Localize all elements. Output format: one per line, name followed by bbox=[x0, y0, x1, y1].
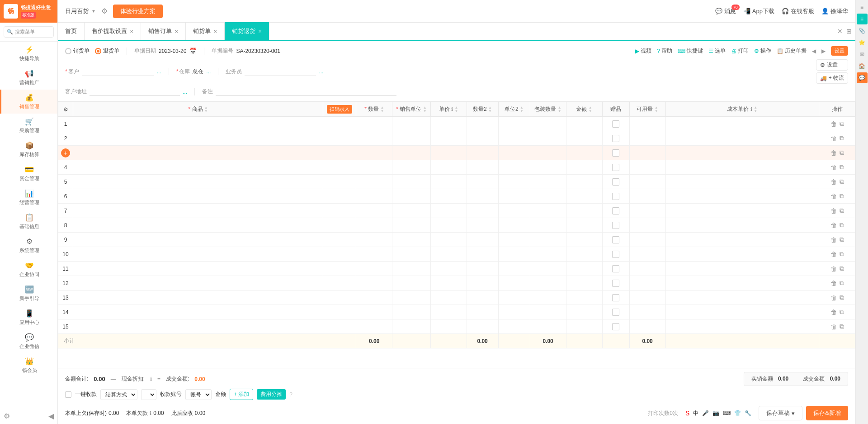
right-panel-btn-6[interactable]: 🏠 bbox=[857, 61, 868, 71]
history-btn[interactable]: 📋 历史单据 bbox=[777, 47, 807, 55]
settlement-select[interactable]: 结算方式 bbox=[100, 389, 137, 400]
account-select[interactable]: 账号 bbox=[185, 389, 212, 400]
experience-plan-button[interactable]: 体验行业方案 bbox=[113, 5, 163, 18]
maximize-button[interactable]: ⊞ bbox=[846, 28, 852, 35]
close-tab-button[interactable]: ✕ bbox=[837, 28, 843, 35]
one-click-pay-checkbox[interactable] bbox=[65, 391, 71, 398]
tab-sale-price-close[interactable]: ✕ bbox=[130, 29, 133, 34]
delete-icon-8[interactable]: 🗑 bbox=[830, 222, 837, 229]
gift-checkbox-4[interactable] bbox=[612, 164, 619, 171]
sidebar-collapse-button[interactable]: ◀ bbox=[48, 412, 54, 420]
delete-icon-4[interactable]: 🗑 bbox=[830, 164, 837, 171]
copy-row-icon-3[interactable]: ⧉ bbox=[840, 149, 844, 157]
topbar-settings-icon[interactable]: ⚙ bbox=[101, 7, 108, 15]
copy-icon-12[interactable]: ⧉ bbox=[840, 279, 844, 287]
radio-return[interactable]: 退货单 bbox=[95, 47, 119, 55]
online-service-button[interactable]: 🎧 在线客服 bbox=[782, 7, 814, 15]
right-panel-btn-5[interactable]: ✉ bbox=[857, 49, 868, 60]
sidebar-item-app[interactable]: 📱 应用中心 bbox=[0, 305, 57, 329]
message-button[interactable]: 💬 消息 70 bbox=[715, 7, 736, 15]
cost-price-info-icon[interactable]: ℹ bbox=[750, 106, 752, 112]
gift-checkbox-9[interactable] bbox=[612, 236, 619, 243]
delete-row-icon-1[interactable]: 🗑 bbox=[830, 120, 837, 128]
delete-row-icon-3[interactable]: 🗑 bbox=[830, 149, 837, 157]
gift-checkbox-15[interactable] bbox=[612, 323, 619, 330]
sidebar-item-sales[interactable]: 💰 销售管理 bbox=[0, 90, 57, 114]
delete-icon-10[interactable]: 🗑 bbox=[830, 251, 837, 258]
sidebar-item-member[interactable]: 👑 畅会员 bbox=[0, 353, 57, 377]
sidebar-item-operation[interactable]: 📊 经营管理 bbox=[0, 186, 57, 210]
address-selector[interactable]: ... bbox=[183, 89, 187, 95]
tab-sale-out[interactable]: 销货单 ✕ bbox=[186, 22, 225, 40]
copy-icon-9[interactable]: ⧉ bbox=[840, 236, 844, 243]
sidebar-item-basic[interactable]: 📋 基础信息 bbox=[0, 210, 57, 233]
gift-checkbox-13[interactable] bbox=[612, 294, 619, 301]
sidebar-item-inventory[interactable]: 📦 库存核算 bbox=[0, 138, 57, 162]
sidebar-item-enterprise[interactable]: 🤝 企业协同 bbox=[0, 257, 57, 281]
gift-checkbox-7[interactable] bbox=[612, 207, 619, 214]
sidebar-item-finance[interactable]: 💳 资金管理 bbox=[0, 162, 57, 186]
add-payment-button[interactable]: + 添加 bbox=[230, 389, 253, 400]
user-profile-button[interactable]: 👤 徐泽华 bbox=[821, 7, 848, 15]
product-input-3[interactable] bbox=[76, 150, 320, 156]
copy-icon-7[interactable]: ⧉ bbox=[840, 207, 844, 214]
calendar-icon[interactable]: 📅 bbox=[189, 48, 197, 55]
copy-icon-15[interactable]: ⧉ bbox=[840, 323, 844, 330]
tab-sale-price[interactable]: 售价提取设置 ✕ bbox=[85, 22, 141, 40]
copy-icon-10[interactable]: ⧉ bbox=[840, 250, 844, 258]
copy-row-icon-1[interactable]: ⧉ bbox=[840, 120, 844, 128]
sidebar-item-guide[interactable]: 🆕 新手引导 bbox=[0, 281, 57, 305]
delete-icon-12[interactable]: 🗑 bbox=[830, 280, 837, 287]
operate-btn[interactable]: ⚙ 操作 bbox=[754, 47, 771, 55]
column-settings-icon[interactable]: ⚙ bbox=[63, 106, 68, 113]
gift-checkbox-2[interactable] bbox=[612, 135, 619, 142]
remark-input[interactable] bbox=[216, 87, 396, 96]
history-nav-prev[interactable]: ◀ bbox=[812, 48, 816, 54]
tab-sale-order[interactable]: 销售订单 ✕ bbox=[141, 22, 186, 40]
summary-select[interactable] bbox=[141, 389, 156, 400]
copy-row-icon-2[interactable]: ⧉ bbox=[840, 134, 844, 142]
fee-help-icon[interactable]: ? bbox=[289, 391, 292, 398]
save-new-button[interactable]: 保存&新增 bbox=[806, 406, 848, 420]
copy-icon-6[interactable]: ⧉ bbox=[840, 192, 844, 200]
add-row-button[interactable]: + bbox=[61, 148, 70, 157]
delete-icon-14[interactable]: 🗑 bbox=[830, 309, 837, 316]
delete-icon-15[interactable]: 🗑 bbox=[830, 323, 837, 330]
copy-icon-14[interactable]: ⧉ bbox=[840, 308, 844, 316]
gift-checkbox-8[interactable] bbox=[612, 222, 619, 229]
copy-icon-13[interactable]: ⧉ bbox=[840, 294, 844, 301]
copy-icon-8[interactable]: ⧉ bbox=[840, 221, 844, 229]
shortcut-btn[interactable]: ⌨ 快捷键 bbox=[678, 47, 703, 55]
tab-sale-out-close[interactable]: ✕ bbox=[213, 29, 217, 34]
delete-row-icon-2[interactable]: 🗑 bbox=[830, 135, 837, 142]
gift-checkbox-12[interactable] bbox=[612, 280, 619, 287]
customer-selector[interactable]: ... bbox=[157, 68, 161, 75]
sidebar-item-shortcut[interactable]: ⚡ 快捷导航 bbox=[0, 42, 57, 66]
app-download-button[interactable]: 📲 App下载 bbox=[743, 7, 774, 15]
sidebar-item-marketing[interactable]: 📢 营销推广 bbox=[0, 66, 57, 90]
delete-icon-5[interactable]: 🗑 bbox=[830, 178, 837, 186]
history-nav-next[interactable]: ▶ bbox=[821, 48, 826, 54]
right-panel-btn-3[interactable]: 📎 bbox=[857, 25, 868, 36]
print-btn[interactable]: 🖨 打印 bbox=[731, 47, 749, 55]
gift-checkbox-10[interactable] bbox=[612, 251, 619, 258]
copy-icon-5[interactable]: ⧉ bbox=[840, 178, 844, 186]
delete-icon-13[interactable]: 🗑 bbox=[830, 294, 837, 301]
gift-checkbox-11[interactable] bbox=[612, 265, 619, 272]
settings-btn[interactable]: ⚙ 设置 bbox=[816, 59, 848, 71]
fee-split-button[interactable]: 费用分摊 bbox=[257, 389, 286, 400]
delete-icon-7[interactable]: 🗑 bbox=[830, 207, 837, 214]
sidebar-settings-button[interactable]: ⚙ bbox=[4, 412, 10, 420]
staff-input[interactable] bbox=[245, 67, 316, 76]
logistics-btn[interactable]: 🚚 + 物流 bbox=[816, 72, 848, 84]
right-panel-btn-4[interactable]: ⭐ bbox=[857, 37, 868, 48]
video-btn[interactable]: ▶ 视频 bbox=[635, 47, 651, 55]
tab-home[interactable]: 首页 bbox=[58, 22, 85, 40]
search-menu-button[interactable]: 🔍 搜索菜单 bbox=[4, 26, 54, 38]
right-panel-btn-1[interactable]: ≡ bbox=[857, 2, 868, 13]
right-panel-btn-orange[interactable]: 💬 bbox=[857, 72, 868, 83]
staff-selector[interactable]: ... bbox=[319, 68, 323, 75]
gift-checkbox-14[interactable] bbox=[612, 309, 619, 316]
select-btn[interactable]: ☰ 选单 bbox=[708, 47, 726, 55]
cash-discount-info-icon[interactable]: ℹ bbox=[150, 376, 152, 382]
